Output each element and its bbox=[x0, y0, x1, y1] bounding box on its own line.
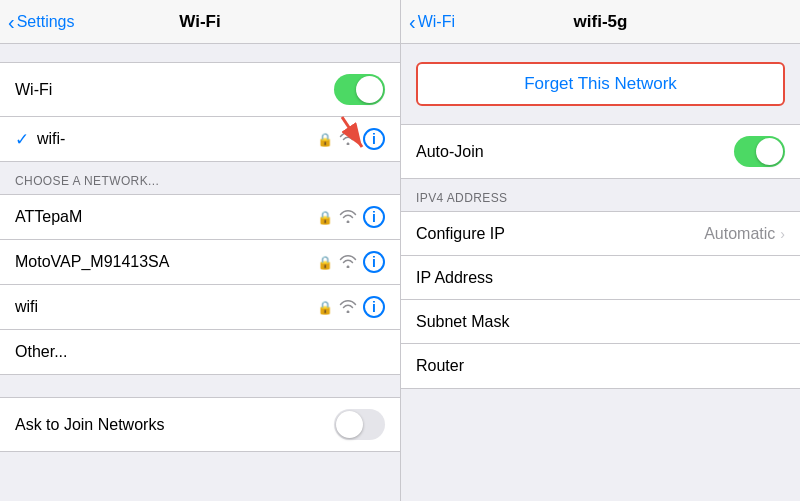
red-arrow-svg bbox=[282, 107, 382, 167]
network-row-wifi[interactable]: wifi 🔒 i bbox=[0, 285, 400, 330]
auto-join-knob bbox=[756, 138, 783, 165]
right-nav-bar: ‹ Wi-Fi wifi-5g bbox=[401, 0, 800, 44]
auto-join-row: Auto-Join bbox=[401, 125, 800, 178]
checkmark-icon: ✓ bbox=[15, 129, 29, 150]
configure-ip-label: Configure IP bbox=[416, 225, 704, 243]
network-name-motovap: MotoVAP_M91413SA bbox=[15, 253, 317, 271]
info-icon-wifi[interactable]: i bbox=[363, 296, 385, 318]
auto-join-label: Auto-Join bbox=[416, 143, 734, 161]
wifi-toggle-switch[interactable] bbox=[334, 74, 385, 105]
forget-network-button[interactable]: Forget This Network bbox=[438, 74, 763, 94]
ask-join-section: Ask to Join Networks bbox=[0, 397, 400, 452]
ask-join-knob bbox=[336, 411, 363, 438]
wifi-back-button[interactable]: ‹ Wi-Fi bbox=[409, 12, 455, 32]
ip-address-label: IP Address bbox=[416, 269, 785, 287]
lock-icon-wifi: 🔒 bbox=[317, 300, 333, 315]
network-row-other[interactable]: Other... bbox=[0, 330, 400, 374]
right-back-label: Wi-Fi bbox=[418, 13, 455, 31]
lock-icon-motovap: 🔒 bbox=[317, 255, 333, 270]
back-chevron-icon: ‹ bbox=[8, 12, 15, 32]
info-icon-motovap[interactable]: i bbox=[363, 251, 385, 273]
ip-address-row[interactable]: IP Address bbox=[401, 256, 800, 300]
configure-ip-value: Automatic bbox=[704, 225, 775, 243]
right-nav-title: wifi-5g bbox=[574, 12, 628, 32]
right-back-chevron-icon: ‹ bbox=[409, 12, 416, 32]
svg-line-1 bbox=[342, 117, 362, 147]
subnet-mask-label: Subnet Mask bbox=[416, 313, 785, 331]
settings-back-button[interactable]: ‹ Settings bbox=[8, 12, 74, 32]
configure-ip-chevron-icon: › bbox=[780, 226, 785, 242]
router-row[interactable]: Router bbox=[401, 344, 800, 388]
auto-join-toggle[interactable] bbox=[734, 136, 785, 167]
network-icons-attepam: 🔒 i bbox=[317, 206, 385, 228]
configure-ip-row[interactable]: Configure IP Automatic › bbox=[401, 212, 800, 256]
left-panel: ‹ Settings Wi-Fi Wi-Fi ✓ wifi- 🔒 bbox=[0, 0, 400, 501]
forget-network-box: Forget This Network bbox=[416, 62, 785, 106]
connected-network-name: wifi- bbox=[37, 130, 317, 148]
ask-join-row: Ask to Join Networks bbox=[0, 398, 400, 451]
wifi-icon-motovap bbox=[339, 254, 357, 271]
network-list: ATTepaM 🔒 i MotoVAP_M91413SA 🔒 bbox=[0, 194, 400, 375]
info-icon-attepam[interactable]: i bbox=[363, 206, 385, 228]
left-nav-title: Wi-Fi bbox=[179, 12, 220, 32]
network-name-attepam: ATTepaM bbox=[15, 208, 317, 226]
network-name-wifi: wifi bbox=[15, 298, 317, 316]
wifi-toggle-label: Wi-Fi bbox=[15, 81, 334, 99]
network-name-other: Other... bbox=[15, 343, 385, 361]
ask-join-label: Ask to Join Networks bbox=[15, 416, 334, 434]
wifi-icon-attepam bbox=[339, 209, 357, 226]
back-label: Settings bbox=[17, 13, 75, 31]
ask-join-toggle[interactable] bbox=[334, 409, 385, 440]
right-panel: ‹ Wi-Fi wifi-5g Forget This Network Auto… bbox=[400, 0, 800, 501]
router-label: Router bbox=[416, 357, 785, 375]
wifi-icon-wifi bbox=[339, 299, 357, 316]
lock-icon-attepam: 🔒 bbox=[317, 210, 333, 225]
network-icons-wifi: 🔒 i bbox=[317, 296, 385, 318]
ipv4-header: IPV4 ADDRESS bbox=[401, 179, 800, 211]
left-nav-bar: ‹ Settings Wi-Fi bbox=[0, 0, 400, 44]
wifi-toggle-knob bbox=[356, 76, 383, 103]
network-icons-motovap: 🔒 i bbox=[317, 251, 385, 273]
ipv4-section: Configure IP Automatic › IP Address Subn… bbox=[401, 211, 800, 389]
network-row-attepam[interactable]: ATTepaM 🔒 i bbox=[0, 195, 400, 240]
subnet-mask-row[interactable]: Subnet Mask bbox=[401, 300, 800, 344]
forget-network-container: Forget This Network bbox=[401, 62, 800, 106]
network-row-motovap[interactable]: MotoVAP_M91413SA 🔒 i bbox=[0, 240, 400, 285]
auto-join-section: Auto-Join bbox=[401, 124, 800, 179]
